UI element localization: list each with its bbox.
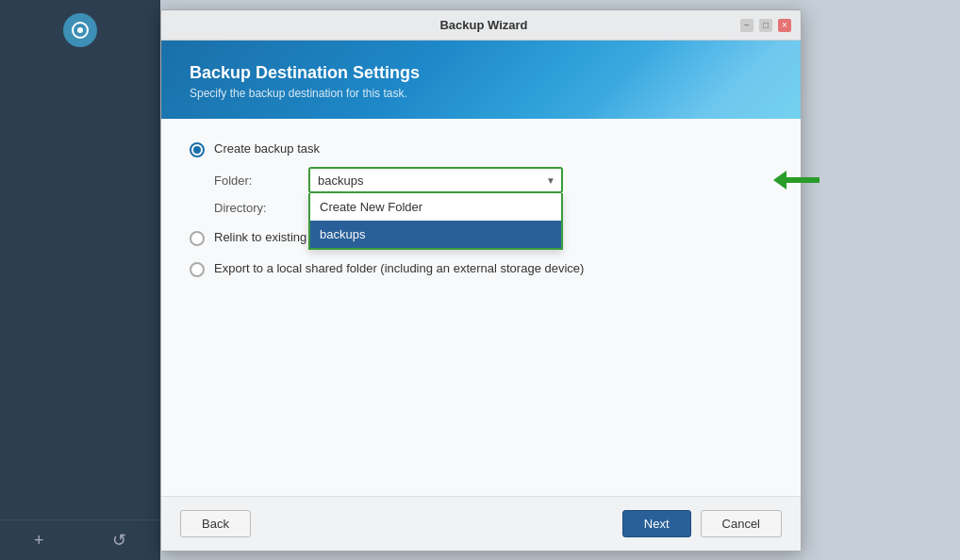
- history-icon[interactable]: ↺: [112, 530, 126, 551]
- options-group: Create backup task Folder: backups ▼: [190, 141, 772, 277]
- header-subtitle: Specify the backup destination for this …: [190, 87, 772, 100]
- directory-label: Directory:: [214, 201, 299, 215]
- desktop: + ↺ Backup Wizard − □ × Backup Destinati…: [0, 0, 960, 560]
- minimize-button[interactable]: −: [740, 19, 753, 32]
- radio-create-backup[interactable]: [190, 142, 205, 157]
- radio-export-local[interactable]: [190, 262, 205, 277]
- radio-relink-existing[interactable]: [190, 231, 205, 246]
- folder-dropdown-list: Create New Folder backups: [308, 193, 563, 250]
- backup-wizard-window: Backup Wizard − □ × Backup Destination S…: [160, 9, 802, 552]
- add-icon[interactable]: +: [34, 531, 44, 551]
- window-controls: − □ ×: [740, 19, 791, 32]
- header-title: Backup Destination Settings: [190, 63, 772, 83]
- folder-select-wrapper: backups ▼ Create New Folder backups: [308, 167, 563, 193]
- sidebar: + ↺: [0, 0, 160, 560]
- arrow-body: [786, 177, 819, 183]
- back-button[interactable]: Back: [180, 510, 251, 537]
- close-button[interactable]: ×: [778, 19, 791, 32]
- dropdown-item-create-new-folder[interactable]: Create New Folder: [310, 193, 561, 221]
- dropdown-item-backups[interactable]: backups: [310, 221, 561, 248]
- content-area: Create backup task Folder: backups ▼: [161, 119, 801, 496]
- radio-item-export[interactable]: Export to a local shared folder (includi…: [190, 261, 772, 277]
- svg-point-1: [77, 27, 83, 33]
- header-banner: Backup Destination Settings Specify the …: [161, 41, 801, 119]
- radio-export-label: Export to a local shared folder (includi…: [214, 261, 584, 275]
- folder-select[interactable]: backups: [308, 167, 563, 193]
- app-logo: [63, 13, 97, 47]
- arrow-indicator: [773, 171, 819, 189]
- folder-label: Folder:: [214, 173, 299, 188]
- window-title: Backup Wizard: [227, 18, 740, 32]
- cancel-button[interactable]: Cancel: [701, 510, 782, 537]
- radio-create-label: Create backup task: [214, 141, 320, 156]
- sidebar-bottom: + ↺: [0, 519, 160, 560]
- next-button[interactable]: Next: [622, 510, 691, 537]
- radio-item-create[interactable]: Create backup task: [190, 141, 772, 157]
- maximize-button[interactable]: □: [759, 19, 772, 32]
- arrow-head: [773, 171, 786, 189]
- folder-dropdown-wrapper: backups ▼ Create New Folder backups: [308, 167, 772, 193]
- option-create-backup: Create backup task Folder: backups ▼: [190, 141, 772, 215]
- titlebar: Backup Wizard − □ ×: [161, 10, 801, 41]
- backup-form-fields: Folder: backups ▼ Create New Folder: [214, 167, 772, 215]
- wizard-footer: Back Next Cancel: [161, 496, 801, 551]
